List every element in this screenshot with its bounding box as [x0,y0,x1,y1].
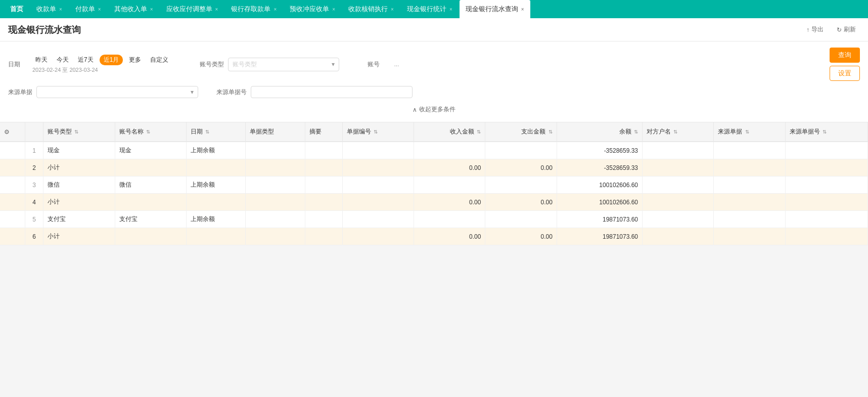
nav-tab-shoukuandan[interactable]: 收款单 × [30,0,68,18]
header-actions: ↑ 导出 ↻ 刷新 [802,23,860,36]
nav-tab-shoukuanhexiao[interactable]: 收款核销执行 × [342,0,400,18]
source-doc-num-input[interactable] [251,86,413,98]
cell-settings [0,211,25,228]
refresh-icon: ↻ [837,26,842,33]
cell-counterpart [643,194,714,211]
shortcut-custom[interactable]: 自定义 [147,55,171,65]
close-icon[interactable]: × [449,7,452,12]
table-row: 5支付宝支付宝上期余额19871073.60 [0,211,868,228]
cell-date [186,159,245,177]
cell-expense [485,177,557,194]
col-income[interactable]: 收入金额 ⇅ [414,122,485,142]
cell-income: 0.00 [414,159,485,177]
date-label: 日期 [8,60,28,69]
refresh-button[interactable]: ↻ 刷新 [833,23,860,36]
cell-counterpart [643,228,714,245]
table-row: 6小计0.000.0019871073.60 [0,228,868,245]
sort-icon: ⇅ [823,129,827,135]
cell-source-doc-num [785,142,867,159]
close-icon[interactable]: × [391,7,394,12]
col-account-type[interactable]: 账号类型 ⇅ [43,122,115,142]
nav-tab-yinhangcunqu[interactable]: 银行存取款单 × [225,0,283,18]
close-icon[interactable]: × [215,7,218,12]
cell-doc-number [342,194,414,211]
nav-tab-yushou[interactable]: 预收冲应收单 × [284,0,341,18]
action-buttons: 查询 设置 [830,48,860,81]
close-icon[interactable]: × [150,7,153,12]
nav-tab-xianjinyinhang-stat[interactable]: 现金银行统计 × [401,0,459,18]
sort-icon: ⇅ [146,129,150,135]
cell-summary [305,194,342,211]
page-title: 现金银行流水查询 [8,24,81,36]
shortcut-7days[interactable]: 近7天 [75,55,97,65]
col-date[interactable]: 日期 ⇅ [186,122,245,142]
dots-button[interactable]: ... [392,61,401,68]
cell-expense: 0.00 [485,159,557,177]
nav-tab-xianjinyinhang-query[interactable]: 现金银行流水查询 × [460,0,530,18]
cell-balance: -3528659.33 [557,159,642,177]
date-block: 昨天 今天 近7天 近1月 更多 自定义 2023-02-24 至 2023-0… [32,55,171,74]
cell-account-type: 微信 [43,177,115,194]
cell-date [186,194,245,211]
cell-source-doc [714,211,785,228]
cell-expense [485,211,557,228]
sort-icon: ⇅ [673,129,677,135]
cell-expense [485,142,557,159]
chevron-down-icon: ▾ [191,89,194,96]
cell-counterpart [643,211,714,228]
cell-doc-number [342,142,414,159]
shortcut-more[interactable]: 更多 [126,55,144,65]
cell-summary [305,228,342,245]
cell-doc-number [342,159,414,177]
collapse-bar[interactable]: ∧ 收起更多条件 [8,103,860,116]
cell-income: 0.00 [414,228,485,245]
cell-counterpart [643,142,714,159]
cell-rownum: 3 [25,177,43,194]
cell-doc-type [246,177,305,194]
close-icon[interactable]: × [332,7,335,12]
query-button[interactable]: 查询 [830,48,860,63]
cell-date [186,228,245,245]
close-icon[interactable]: × [59,7,62,12]
shortcut-1month[interactable]: 近1月 [100,55,123,65]
collapse-icon: ∧ [413,106,417,113]
col-counterpart[interactable]: 对方户名 ⇅ [643,122,714,142]
col-settings[interactable]: ⚙ [0,122,25,142]
top-navigation: 首页 收款单 × 付款单 × 其他收入单 × 应收应付调整单 × 银行存取款单 … [0,0,868,18]
close-icon[interactable]: × [273,7,277,12]
close-icon[interactable]: × [98,7,101,12]
close-icon[interactable]: × [521,7,524,12]
shortcut-today[interactable]: 今天 [54,55,72,65]
account-type-label: 账号类型 [200,60,224,69]
col-balance[interactable]: 余额 ⇅ [557,122,642,142]
data-table: ⚙ 账号类型 ⇅ 账号名称 ⇅ 日期 ⇅ 单据类型 [0,122,868,245]
chevron-down-icon: ▾ [332,61,335,68]
cell-account-type: 现金 [43,142,115,159]
nav-tab-fukuandan[interactable]: 付款单 × [69,0,107,18]
cell-summary [305,211,342,228]
account-type-select[interactable]: 账号类型 ▾ [228,58,339,71]
col-account-name[interactable]: 账号名称 ⇅ [115,122,186,142]
shortcut-yesterday[interactable]: 昨天 [32,55,51,65]
source-doc-label: 来源单据 [8,88,32,97]
cell-doc-type [246,159,305,177]
cell-source-doc [714,159,785,177]
cell-source-doc [714,228,785,245]
table-body: 1现金现金上期余额-3528659.332小计0.000.00-3528659.… [0,142,868,245]
nav-tab-qitashouru[interactable]: 其他收入单 × [108,0,159,18]
col-doc-number[interactable]: 单据编号 ⇅ [342,122,414,142]
date-filter-group: 日期 昨天 今天 近7天 近1月 更多 自定义 2023-02-24 至 202… [8,55,171,74]
gear-icon[interactable]: ⚙ [4,128,10,136]
cell-balance: 19871073.60 [557,228,642,245]
nav-home[interactable]: 首页 [4,0,29,18]
nav-tab-yingshouyingfu[interactable]: 应收应付调整单 × [160,0,224,18]
col-source-doc-num[interactable]: 来源单据号 ⇅ [785,122,867,142]
col-expense[interactable]: 支出金额 ⇅ [485,122,557,142]
cell-rownum: 1 [25,142,43,159]
col-source-doc[interactable]: 来源单据 ⇅ [714,122,785,142]
source-doc-select[interactable]: ▾ [36,86,198,98]
cell-source-doc-num [785,194,867,211]
export-button[interactable]: ↑ 导出 [802,23,828,36]
cell-income [414,142,485,159]
settings-button[interactable]: 设置 [830,66,860,81]
